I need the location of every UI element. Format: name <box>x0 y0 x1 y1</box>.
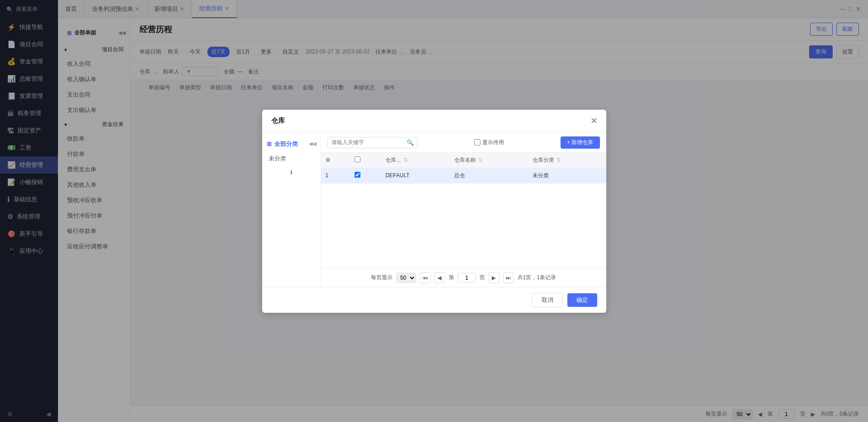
prev-page-button[interactable]: ◀ <box>434 272 445 283</box>
table-header-row: ⚙ 仓库... ⇅ 仓库名称 ⇅ 仓库分类 <box>321 153 606 168</box>
category-icon: ⊞ <box>267 141 272 147</box>
search-icon: 🔍 <box>403 137 417 148</box>
td-code: DEFAULT <box>381 168 450 183</box>
td-row-num: 1 <box>321 168 350 183</box>
all-categories-label: 全部分类 <box>274 140 298 148</box>
modal-right-panel: 🔍 显示停用 + 新增仓库 ⚙ 仓库... <box>321 133 606 287</box>
modal-footer: 取消 确定 <box>262 287 606 313</box>
row-checkbox[interactable] <box>355 172 360 178</box>
sort-code-icon: ⇅ <box>403 157 408 163</box>
cancel-button[interactable]: 取消 <box>532 293 563 307</box>
table-row[interactable]: 1 DEFAULT 总仓 未分类 <box>321 168 606 183</box>
per-page-select[interactable]: 50 <box>396 273 416 283</box>
chevron-left-icon: ◀◀ <box>309 141 316 147</box>
th-warehouse-category[interactable]: 仓库分类 ⇅ <box>528 153 606 168</box>
total-records: 共1页，1条记录 <box>518 274 556 281</box>
modal-body: ⊞ 全部分类 ◀◀ 未分类 ⬇ 🔍 显示停用 <box>262 133 606 287</box>
modal-header: 仓库 ✕ <box>262 110 606 133</box>
per-page-label: 每页显示 <box>371 274 393 281</box>
confirm-button[interactable]: 确定 <box>567 293 597 307</box>
add-warehouse-button[interactable]: + 新增仓库 <box>561 136 599 149</box>
last-page-button[interactable]: ⏭ <box>503 272 514 283</box>
modal-pagination: 每页显示 50 ⏮ ◀ 第 页 ▶ ⏭ 共1页，1条记录 <box>321 268 606 287</box>
left-scroll-icon: ⬇ <box>289 169 294 176</box>
show-disabled-input[interactable] <box>474 139 480 146</box>
modal-left-collapse[interactable]: ⬇ <box>262 166 321 179</box>
show-disabled-label: 显示停用 <box>482 139 504 146</box>
next-page-button[interactable]: ▶ <box>489 272 499 283</box>
modal-uncategorized[interactable]: 未分类 <box>262 151 321 166</box>
modal-toolbar: 🔍 显示停用 + 新增仓库 <box>321 133 606 153</box>
select-all-checkbox[interactable] <box>355 156 360 162</box>
th-warehouse-name[interactable]: 仓库名称 ⇅ <box>450 153 528 168</box>
modal-title: 仓库 <box>271 116 285 125</box>
td-checkbox[interactable] <box>350 168 381 183</box>
td-name: 总仓 <box>450 168 528 183</box>
sort-category-icon: ⇅ <box>556 157 561 163</box>
page-suffix: 页 <box>480 274 485 281</box>
modal-search-input[interactable] <box>328 137 403 147</box>
page-label: 第 <box>449 274 454 281</box>
modal-all-categories[interactable]: ⊞ 全部分类 ◀◀ <box>262 137 321 151</box>
warehouse-modal: 仓库 ✕ ⊞ 全部分类 ◀◀ 未分类 ⬇ 🔍 <box>262 110 606 313</box>
th-settings[interactable]: ⚙ <box>321 153 350 168</box>
modal-table: ⚙ 仓库... ⇅ 仓库名称 ⇅ 仓库分类 <box>321 153 606 268</box>
show-disabled-checkbox[interactable]: 显示停用 <box>474 139 504 146</box>
sort-name-icon: ⇅ <box>478 157 483 163</box>
modal-close-button[interactable]: ✕ <box>590 116 597 126</box>
modal-left-panel: ⊞ 全部分类 ◀◀ 未分类 ⬇ <box>262 133 321 287</box>
th-warehouse-code[interactable]: 仓库... ⇅ <box>381 153 450 168</box>
first-page-button[interactable]: ⏮ <box>420 272 431 283</box>
uncategorized-label: 未分类 <box>269 155 286 162</box>
modal-search-box: 🔍 <box>327 137 418 148</box>
page-input[interactable] <box>458 273 476 282</box>
td-category: 未分类 <box>528 168 606 183</box>
th-checkbox[interactable] <box>350 153 381 168</box>
